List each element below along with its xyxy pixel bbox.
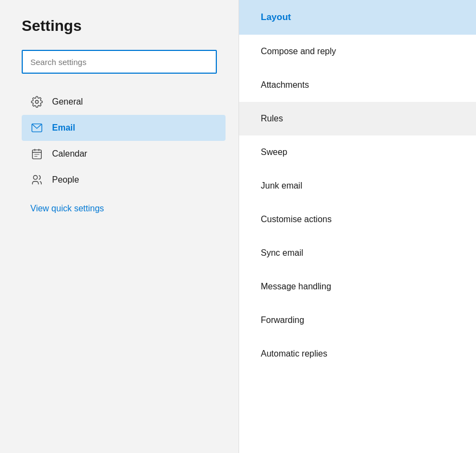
search-input[interactable] [30, 57, 208, 67]
view-quick-settings-link[interactable]: View quick settings [22, 197, 113, 220]
sidebar-item-label-people: People [52, 175, 79, 185]
sidebar-item-general[interactable]: General [22, 89, 226, 115]
right-panel-item-layout[interactable]: Layout [239, 0, 476, 35]
svg-point-8 [34, 176, 37, 179]
sidebar-item-label-general: General [52, 97, 83, 107]
nav-list: General Email [22, 89, 226, 193]
right-panel-item-customise-actions[interactable]: Customise actions [239, 203, 476, 236]
email-icon [30, 121, 43, 134]
page-title: Settings [22, 17, 226, 35]
sidebar-item-label-calendar: Calendar [52, 149, 87, 159]
right-panel-wrapper: Layout Compose and reply Attachments Rul… [239, 0, 476, 453]
calendar-icon [30, 147, 43, 160]
right-panel-item-rules[interactable]: Rules [239, 102, 476, 135]
svg-point-0 [35, 100, 38, 103]
right-panel-item-junk-email[interactable]: Junk email [239, 169, 476, 203]
sidebar-item-label-email: Email [52, 123, 75, 133]
right-panel-item-compose-reply[interactable]: Compose and reply [239, 35, 476, 68]
people-icon [30, 173, 43, 186]
gear-icon [30, 95, 43, 108]
sidebar-item-people[interactable]: People [22, 167, 226, 193]
right-panel: Layout Compose and reply Attachments Rul… [239, 0, 476, 453]
right-panel-item-sweep[interactable]: Sweep [239, 135, 476, 169]
sidebar-item-calendar[interactable]: Calendar [22, 141, 226, 167]
sidebar-item-email[interactable]: Email [22, 115, 226, 141]
right-panel-item-automatic-replies[interactable]: Automatic replies [239, 337, 476, 371]
sidebar: Settings General Email [0, 0, 239, 453]
search-box[interactable] [22, 50, 217, 74]
right-panel-item-sync-email[interactable]: Sync email [239, 236, 476, 270]
right-panel-item-message-handling[interactable]: Message handling [239, 270, 476, 303]
right-panel-item-forwarding[interactable]: Forwarding [239, 303, 476, 337]
right-panel-item-attachments[interactable]: Attachments [239, 68, 476, 102]
